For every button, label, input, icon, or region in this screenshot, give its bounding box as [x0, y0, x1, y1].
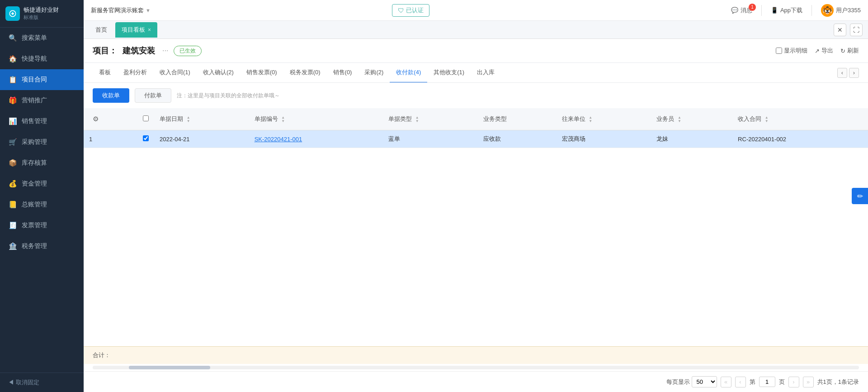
settings-icon[interactable]: ⚙ — [89, 113, 102, 125]
number-sort-icon: ▲▼ — [281, 116, 285, 123]
project-header: 项目： 建筑安装 ··· 已生效 显示明细 ↗ 导出 ↻ 刷新 — [84, 39, 868, 63]
sub-tab-next-button[interactable]: › — [849, 68, 859, 78]
col-partner-header[interactable]: 往来单位 ▲▼ — [557, 108, 651, 130]
invoice-label: 发票管理 — [22, 221, 47, 229]
main-area: 新服务官网演示账套 ▼ 🛡 已认证 💬 消息 1 📱 App下载 🐯 用户335… — [84, 0, 868, 392]
partner-sort-icon: ▲▼ — [589, 116, 592, 123]
col-number-header[interactable]: 单据编号 ▲▼ — [249, 108, 383, 130]
row-checkbox[interactable] — [143, 135, 149, 141]
first-page-button[interactable]: « — [721, 377, 731, 387]
project-dropdown-arrow[interactable]: ▼ — [146, 8, 151, 13]
finance-icon: 💰 — [8, 179, 17, 188]
search-icon: 🔍 — [8, 33, 17, 43]
sub-tab-receipt[interactable]: 收付款(4) — [390, 63, 427, 83]
col-settings-header[interactable]: ⚙ — [84, 108, 137, 130]
sidebar-item-purchase-mgmt[interactable]: 🛒 采购管理 — [0, 132, 84, 153]
table-body: 1 2022-04-21 SK-20220421-001 蓝单 应收款 宏茂商场… — [84, 130, 868, 148]
sub-tab-prev-button[interactable]: ‹ — [837, 68, 847, 78]
sidebar-item-search[interactable]: 🔍 搜索菜单 — [0, 28, 84, 48]
inner-tab-payment[interactable]: 付款单 — [135, 88, 171, 103]
sub-tab-sales[interactable]: 销售(0) — [327, 63, 359, 83]
total-label: 合计： — [93, 352, 110, 359]
sidebar-item-sales-mgmt[interactable]: 📊 销售管理 — [0, 111, 84, 132]
sub-tab-sales-invoice[interactable]: 销售发票(0) — [240, 63, 283, 83]
row-number-link[interactable]: SK-20220421-001 — [255, 136, 302, 143]
tab-home[interactable]: 首页 — [89, 22, 113, 38]
fullscreen-button[interactable]: ⛶ — [850, 24, 863, 36]
row-salesman: 龙妹 — [651, 130, 732, 148]
col-checkbox-header[interactable] — [137, 108, 154, 130]
total-row: 合计： — [84, 346, 868, 364]
select-all-checkbox[interactable] — [143, 115, 149, 121]
inner-tab-receipt[interactable]: 收款单 — [93, 88, 129, 103]
next-page-button[interactable]: › — [788, 377, 799, 387]
quick-nav-icon: 🏠 — [8, 54, 17, 63]
sidebar-item-marketing[interactable]: 🎁 营销推广 — [0, 90, 84, 111]
project-more-button[interactable]: ··· — [162, 47, 168, 55]
sub-tab-tax-invoice[interactable]: 税务发票(0) — [283, 63, 327, 83]
sidebar-item-finance[interactable]: 💰 资金管理 — [0, 173, 84, 194]
page-input[interactable] — [759, 377, 775, 387]
sidebar-unpin[interactable]: ◀ 取消固定 — [0, 373, 84, 392]
sub-tab-income-confirm[interactable]: 收入确认(2) — [197, 63, 240, 83]
floating-sidebar: ✏ — [852, 188, 868, 204]
sidebar-header: 畅捷通好业财 标准版 — [0, 0, 84, 28]
app-download-button[interactable]: 📱 App下载 — [771, 6, 802, 14]
topbar-divider-1 — [761, 5, 762, 16]
show-detail-checkbox[interactable]: 显示明细 — [776, 47, 807, 55]
row-checkbox-cell[interactable] — [137, 130, 154, 148]
sub-tab-inout[interactable]: 出入库 — [471, 63, 501, 83]
refresh-button[interactable]: ↻ 刷新 — [840, 47, 859, 55]
table-wrapper: ⚙ 单据日期 ▲▼ 单据编号 ▲▼ — [84, 108, 868, 346]
row-index: 1 — [84, 130, 137, 148]
sidebar-item-tax[interactable]: 🏦 税务管理 — [0, 236, 84, 257]
ledger-icon: 📒 — [8, 200, 17, 209]
sidebar-item-inventory[interactable]: 📦 库存核算 — [0, 153, 84, 173]
sidebar-item-project-contract[interactable]: 📋 项目合同 — [0, 69, 84, 90]
sidebar-item-ledger[interactable]: 📒 总账管理 — [0, 194, 84, 215]
last-page-button[interactable]: » — [803, 377, 814, 387]
show-detail-input[interactable] — [776, 48, 782, 54]
col-date-header[interactable]: 单据日期 ▲▼ — [154, 108, 249, 130]
tab-project-board-label: 项目看板 — [122, 26, 145, 34]
data-table: ⚙ 单据日期 ▲▼ 单据编号 ▲▼ — [84, 108, 868, 148]
prev-page-button[interactable]: ‹ — [735, 377, 746, 387]
sales-mgmt-icon: 📊 — [8, 117, 17, 126]
project-header-right: 显示明细 ↗ 导出 ↻ 刷新 — [776, 47, 859, 55]
sub-tab-other-income[interactable]: 其他收支(1) — [427, 63, 471, 83]
float-edit-button[interactable]: ✏ — [852, 188, 868, 204]
sub-tab-purchase[interactable]: 采购(2) — [358, 63, 390, 83]
pagination-summary: 共1页，1条记录 — [817, 378, 859, 386]
user-label: 用户3355 — [836, 6, 861, 14]
table-header: ⚙ 单据日期 ▲▼ 单据编号 ▲▼ — [84, 108, 868, 130]
user-menu[interactable]: 🐯 用户3355 — [821, 4, 861, 17]
per-page-dropdown[interactable]: 50 10 20 100 — [692, 376, 717, 387]
message-icon: 💬 — [731, 7, 738, 14]
purchase-mgmt-label: 采购管理 — [22, 138, 47, 146]
row-number[interactable]: SK-20220421-001 — [249, 130, 383, 148]
sidebar-item-invoice[interactable]: 🧾 发票管理 — [0, 215, 84, 236]
col-income-contract-header[interactable]: 收入合同 ▲▼ — [732, 108, 868, 130]
sub-tab-profit[interactable]: 盈利分析 — [117, 63, 153, 83]
sidebar-item-quick-nav[interactable]: 🏠 快捷导航 — [0, 48, 84, 69]
message-button[interactable]: 💬 消息 1 — [731, 6, 752, 14]
app-logo — [5, 6, 20, 21]
scroll-thumb[interactable] — [129, 366, 210, 369]
close-window-button[interactable]: ✕ — [834, 24, 846, 36]
ledger-label: 总账管理 — [22, 201, 47, 209]
table-row[interactable]: 1 2022-04-21 SK-20220421-001 蓝单 应收款 宏茂商场… — [84, 130, 868, 148]
sub-tab-income-contract[interactable]: 收入合同(1) — [153, 63, 197, 83]
col-salesman-header[interactable]: 业务员 ▲▼ — [651, 108, 732, 130]
refresh-icon: ↻ — [840, 48, 845, 54]
col-type-header[interactable]: 单据类型 ▲▼ — [383, 108, 478, 130]
row-date: 2022-04-21 — [154, 130, 249, 148]
pagination: 每页显示 50 10 20 100 « ‹ 第 页 › » 共1页，1条记录 — [84, 371, 868, 392]
export-button[interactable]: ↗ 导出 — [815, 47, 833, 55]
inner-tab-note: 注：这里是与项目关联的全部收付款单哦～ — [177, 92, 280, 100]
sub-tab-board[interactable]: 看板 — [93, 63, 117, 83]
scroll-track[interactable] — [93, 366, 859, 369]
app-edition: 标准版 — [24, 14, 59, 21]
tab-project-board[interactable]: 项目看板 × — [115, 22, 157, 38]
tab-close-icon[interactable]: × — [148, 27, 151, 33]
finance-label: 资金管理 — [22, 180, 47, 188]
